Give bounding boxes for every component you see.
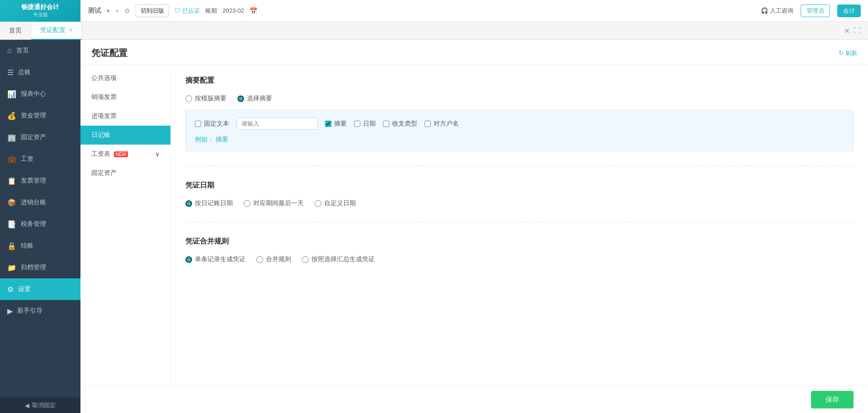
sidebar-item-fixed-assets[interactable]: 🏢 固定资产 — [0, 127, 80, 148]
left-nav-sales-invoice[interactable]: 销项发票 — [80, 88, 170, 107]
summary-option2-label[interactable]: 选择摘要 — [237, 94, 272, 103]
left-nav-journal[interactable]: 日记账 — [80, 126, 170, 145]
left-nav-payroll[interactable]: 工资表 NEW ∨ — [80, 145, 170, 164]
sidebar-item-ledger[interactable]: ☰ 总账 — [0, 61, 80, 83]
sidebar-item-label: 总账 — [18, 68, 31, 76]
period-value: 2023-02 — [222, 7, 244, 14]
left-nav-sales-invoice-label: 销项发票 — [91, 93, 117, 100]
summary-section: 摘要配置 按模版摘要 选择摘要 — [185, 76, 854, 166]
summary-option2-text: 选择摘要 — [247, 94, 272, 103]
merge-option2-label[interactable]: 合并规则 — [256, 255, 291, 263]
sidebar-scroll: ⌂ 首页 ☰ 总账 📊 报表中心 💰 资金管理 🏢 固定资产 💼 工资 — [0, 40, 80, 398]
fullscreen-icon[interactable]: ⛶ — [854, 26, 861, 35]
left-nav-fixed-assets[interactable]: 固定资产 — [80, 164, 170, 183]
counterpart-checkbox[interactable] — [425, 121, 431, 127]
calendar-icon[interactable]: 📅 — [250, 7, 257, 14]
income-type-label[interactable]: 收支类型 — [383, 120, 417, 128]
refresh-button[interactable]: ↻ 刷新 — [839, 49, 857, 57]
date-option3-text: 自定义日期 — [324, 199, 356, 207]
left-nav-payroll-label: 工资表 NEW — [91, 150, 128, 158]
date-option1-label[interactable]: 按日记账日期 — [185, 199, 233, 207]
date-text: 日期 — [363, 120, 376, 128]
tab-home-label: 首页 — [9, 27, 22, 35]
left-nav-public[interactable]: 公共选项 — [80, 69, 170, 88]
example-row: 例如： 摘要 — [195, 135, 844, 144]
guide-icon: ▶ — [7, 307, 13, 315]
save-button[interactable]: 保存 — [811, 391, 854, 408]
sidebar-item-salary[interactable]: 💼 工资 — [0, 148, 80, 170]
merge-radio-group: 单条记录生成凭证 合并规则 按照选择汇总生成凭证 — [185, 255, 854, 263]
left-nav-purchase-invoice[interactable]: 进项发票 — [80, 107, 170, 126]
income-type-text: 收支类型 — [392, 120, 417, 128]
sidebar-item-label: 固定资产 — [21, 133, 46, 141]
sidebar-item-closing[interactable]: 🔒 结账 — [0, 235, 80, 257]
sidebar-item-label: 设置 — [18, 285, 31, 293]
fixed-assets-icon: 🏢 — [7, 133, 16, 142]
tab-voucher-config-label: 凭证配置 — [40, 26, 66, 34]
consult-button[interactable]: 🎧 人工咨询 — [761, 7, 793, 15]
counterpart-label[interactable]: 对方户名 — [425, 120, 459, 128]
close-window-icon[interactable]: ✕ — [844, 26, 850, 35]
sidebar-item-home[interactable]: ⌂ 首页 — [0, 40, 80, 61]
summary-option1-label[interactable]: 按模版摘要 — [185, 94, 226, 103]
capital-icon: 💰 — [7, 112, 16, 120]
tab-bar: 首页 凭证配置 × ✕ ⛶ — [0, 22, 868, 40]
sidebar-item-guide[interactable]: ▶ 新手引导 — [0, 300, 80, 322]
tab-home[interactable]: 首页 — [0, 22, 31, 40]
merge-option3-label[interactable]: 按照选择汇总生成凭证 — [302, 255, 375, 263]
date-option3-radio[interactable] — [315, 200, 321, 207]
dropdown-icon[interactable]: ▾ — [107, 7, 110, 14]
main-layout: ⌂ 首页 ☰ 总账 📊 报表中心 💰 资金管理 🏢 固定资产 💼 工资 — [0, 40, 868, 413]
report-icon: 📊 — [7, 90, 16, 99]
abstract-label[interactable]: 摘要 — [325, 120, 347, 128]
date-option2-label[interactable]: 对应期间最后一天 — [244, 199, 304, 207]
date-option2-radio[interactable] — [244, 200, 250, 207]
tab-close-icon[interactable]: × — [69, 27, 72, 33]
sidebar-item-tax[interactable]: 📑 税务管理 — [0, 213, 80, 235]
sidebar-item-label: 结账 — [21, 242, 33, 250]
summary-options-row: 固定文本 摘要 日期 — [195, 117, 844, 130]
left-nav-public-label: 公共选项 — [91, 74, 117, 81]
sidebar-item-settings[interactable]: ⚙ 设置 — [0, 278, 80, 300]
fixed-text-checkbox[interactable] — [195, 121, 201, 127]
fixed-text-text: 固定文本 — [204, 120, 229, 128]
date-title: 凭证日期 — [185, 181, 854, 190]
left-nav: 公共选项 销项发票 进项发票 日记账 工资表 NEW ∨ — [80, 65, 171, 386]
sidebar-item-label: 工资 — [21, 155, 33, 163]
archive-icon: 📁 — [7, 263, 16, 272]
merge-option1-radio[interactable] — [185, 256, 192, 263]
sidebar-item-report[interactable]: 📊 报表中心 — [0, 83, 80, 105]
date-label[interactable]: 日期 — [354, 120, 376, 128]
fixed-text-label[interactable]: 固定文本 — [195, 120, 229, 128]
left-nav-purchase-invoice-label: 进项发票 — [91, 112, 117, 119]
settings-header-icon[interactable]: ⚙ — [124, 7, 130, 14]
cancel-fixed-button[interactable]: ◀ 取消固定 — [0, 398, 80, 413]
sidebar-item-archive[interactable]: 📁 归档管理 — [0, 257, 80, 278]
ledger-icon: ☰ — [7, 68, 14, 77]
merge-option2-radio[interactable] — [256, 256, 263, 263]
income-type-checkbox[interactable] — [383, 121, 389, 127]
summary-option1-radio[interactable] — [185, 95, 192, 102]
admin-button[interactable]: 管理员 — [801, 5, 830, 17]
sidebar-item-capital[interactable]: 💰 资金管理 — [0, 105, 80, 127]
fixed-text-input[interactable] — [236, 117, 318, 130]
sidebar-item-invoice-mgr[interactable]: 📋 发票管理 — [0, 170, 80, 192]
date-option3-label[interactable]: 自定义日期 — [315, 199, 356, 207]
invoice-mgr-icon: 📋 — [7, 177, 16, 185]
accountant-button[interactable]: 会计 — [837, 5, 861, 17]
merge-option3-radio[interactable] — [302, 256, 309, 263]
add-icon[interactable]: + — [115, 7, 119, 14]
certified-badge: 🛡 已认证 — [175, 7, 200, 15]
summary-option2-radio[interactable] — [237, 95, 244, 102]
date-checkbox[interactable] — [354, 121, 360, 127]
tab-voucher-config[interactable]: 凭证配置 × — [31, 22, 82, 40]
example-value: 摘要 — [216, 136, 228, 143]
date-option1-radio[interactable] — [185, 200, 192, 207]
left-nav-journal-label: 日记账 — [91, 131, 110, 138]
merge-option2-text: 合并规则 — [266, 255, 291, 263]
sidebar-item-label: 报表中心 — [21, 90, 46, 98]
switch-version-button[interactable]: 切到旧版 — [136, 5, 169, 17]
merge-option1-label[interactable]: 单条记录生成凭证 — [185, 255, 245, 263]
sidebar-item-purchase-sales[interactable]: 📦 进销台账 — [0, 192, 80, 213]
abstract-checkbox[interactable] — [325, 121, 331, 127]
